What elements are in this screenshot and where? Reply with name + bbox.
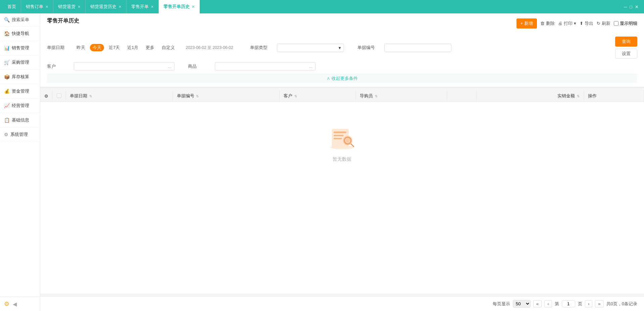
sidebar-label-purchase-mgmt: 采购管理 <box>12 59 29 65</box>
th-date[interactable]: 单据日期 ⇅ <box>66 90 173 102</box>
sidebar-label-finance: 资金管理 <box>12 88 29 94</box>
th-amount-label: 实销金额 <box>557 93 575 98</box>
sidebar-search[interactable]: 🔍 搜索采单 <box>0 13 40 27</box>
empty-state: 暂无数据 <box>40 102 644 183</box>
th-guide[interactable]: 导购员 ⇅ <box>356 90 447 102</box>
sidebar-item-operations[interactable]: 📈 经营管理 <box>0 99 40 113</box>
th-check[interactable] <box>53 90 66 102</box>
empty-illustration <box>327 122 357 152</box>
collapse-label: ∧ 收起更多条件 <box>327 75 358 82</box>
tab-sales-return[interactable]: 销货退货 ✕ <box>53 0 86 13</box>
sidebar-item-purchase-mgmt[interactable]: 🛒 采购管理 <box>0 55 40 70</box>
collapse-filter-bar[interactable]: ∧ 收起更多条件 <box>47 74 637 83</box>
sidebar-item-quick-nav[interactable]: 🏠 快捷导航 <box>0 27 40 41</box>
tab-home[interactable]: 首页 <box>3 0 21 13</box>
main-layout: 🔍 搜索采单 🏠 快捷导航 📊 销售管理 🛒 采购管理 📦 库存核算 💰 资金管… <box>0 13 644 311</box>
prev-page-button[interactable]: ‹ <box>544 300 552 307</box>
pagination: 每页显示 10 20 50 100 « ‹ 第 页 › » 共0页，0条记录 <box>40 296 644 311</box>
sort-date-icon: ⇅ <box>89 94 92 98</box>
content-area: 零售开单历史 + 新增 🗑 🗑 删除 删除 🖨 打印 ▾ <box>40 13 644 311</box>
empty-text: 暂无数据 <box>333 156 351 162</box>
page-header-section: 零售开单历史 + 新增 🗑 🗑 删除 删除 🖨 打印 ▾ <box>40 13 644 88</box>
page-number-input[interactable] <box>562 300 575 307</box>
date-opt-1month[interactable]: 近1月 <box>125 44 141 51</box>
th-number[interactable]: 单据编号 ⇅ <box>172 90 280 102</box>
date-opt-more[interactable]: 更多 <box>143 44 157 51</box>
sidebar-item-sales-mgmt[interactable]: 📊 销售管理 <box>0 41 40 55</box>
settings-bottom-icon[interactable]: ⚙ <box>4 300 9 308</box>
number-input[interactable] <box>384 44 451 52</box>
th-amount[interactable]: 实销金额 ⇅ <box>477 90 584 102</box>
date-opt-yesterday[interactable]: 昨天 <box>74 44 88 51</box>
goods-select[interactable]: ... <box>215 62 315 70</box>
select-all-checkbox[interactable] <box>57 93 61 98</box>
sidebar-item-basic-info[interactable]: 📋 基础信息 <box>0 113 40 127</box>
next-page-button[interactable]: › <box>585 300 592 307</box>
first-page-button[interactable]: « <box>533 300 542 307</box>
th-guide-label: 导购员 <box>360 93 373 98</box>
settings-col-icon: ⚙ <box>44 94 48 99</box>
close-tab-retail-open-history[interactable]: ✕ <box>192 5 195 9</box>
top-bar: 首页 销售订单 ✕ 销货退货 ✕ 销货退货历史 ✕ 零售开单 ✕ 零售开单历史 … <box>0 0 644 13</box>
customer-filter-label: 客户 <box>47 63 67 69</box>
last-page-button[interactable]: » <box>595 300 603 307</box>
date-opt-today[interactable]: 今天 <box>90 44 104 51</box>
svg-rect-4 <box>334 138 342 139</box>
customer-dots-icon: ... <box>168 64 171 69</box>
sort-customer-icon: ⇅ <box>294 94 297 98</box>
sidebar-item-system-mgmt[interactable]: ⚙ 系统管理 <box>0 127 40 142</box>
svg-rect-3 <box>334 135 344 136</box>
inventory-icon: 📦 <box>4 74 10 80</box>
tab-sales-order[interactable]: 销售订单 ✕ <box>21 0 53 13</box>
dropdown-arrow-icon: ▾ <box>339 45 341 50</box>
th-customer-label: 客户 <box>284 93 292 98</box>
system-icon: ⚙ <box>4 132 8 137</box>
th-spacer <box>447 90 477 102</box>
tab-retail-open[interactable]: 零售开单 ✕ <box>127 0 159 13</box>
delete-button[interactable]: 🗑 🗑 删除 删除 <box>540 20 555 27</box>
home-icon: 🏠 <box>4 31 10 36</box>
finance-icon: 💰 <box>4 89 10 94</box>
export-button[interactable]: ⬆ 导出 <box>580 20 593 27</box>
sales-icon: 📊 <box>4 45 10 51</box>
window-close[interactable]: ✕ <box>635 4 639 9</box>
window-maximize[interactable]: □ <box>630 4 632 9</box>
sidebar-item-finance[interactable]: 💰 资金管理 <box>0 84 40 99</box>
display-cols-checkbox[interactable] <box>614 21 618 26</box>
print-dropdown-icon: ▾ <box>574 21 576 26</box>
date-options: 昨天 今天 近7天 近1月 更多 自定义 <box>74 44 178 51</box>
query-button[interactable]: 查询 <box>615 37 637 47</box>
customer-select[interactable]: ... <box>74 62 175 70</box>
sidebar-label-operations: 经营管理 <box>12 103 29 109</box>
goods-dots-icon: ... <box>309 64 312 69</box>
close-tab-sales-order[interactable]: ✕ <box>45 5 48 9</box>
type-select[interactable]: ▾ <box>277 44 344 52</box>
display-cols-toggle[interactable]: 显示明细 <box>614 20 637 27</box>
th-settings[interactable]: ⚙ <box>40 90 53 102</box>
date-opt-7days[interactable]: 近7天 <box>106 44 122 51</box>
th-customer[interactable]: 客户 ⇅ <box>280 90 356 102</box>
settings-button[interactable]: 设置 <box>615 49 637 59</box>
refresh-button[interactable]: ↻ 刷新 <box>597 20 610 27</box>
sidebar-label-system-mgmt: 系统管理 <box>10 132 28 138</box>
close-tab-retail-open[interactable]: ✕ <box>151 5 154 9</box>
per-page-label: 每页显示 <box>493 301 510 307</box>
type-filter-label: 单据类型 <box>250 45 270 51</box>
tab-retail-open-history[interactable]: 零售开单历史 ✕ <box>159 0 200 13</box>
date-opt-custom[interactable]: 自定义 <box>159 44 178 51</box>
tab-sales-return-history[interactable]: 销货退货历史 ✕ <box>86 0 127 13</box>
print-button[interactable]: 🖨 打印 ▾ <box>558 20 576 27</box>
close-tab-sales-return-history[interactable]: ✕ <box>118 5 121 9</box>
purchase-icon: 🛒 <box>4 60 10 65</box>
sidebar-label-inventory: 库存核算 <box>12 74 29 80</box>
sidebar-item-inventory[interactable]: 📦 库存核算 <box>0 70 40 84</box>
per-page-select[interactable]: 10 20 50 100 <box>513 300 531 308</box>
table-header: ⚙ 单据日期 ⇅ 单据编号 ⇅ <box>40 90 644 102</box>
window-minimize[interactable]: ─ <box>624 4 627 9</box>
th-number-label: 单据编号 <box>177 93 194 98</box>
add-button[interactable]: + 新增 <box>516 18 537 29</box>
collapse-sidebar-icon[interactable]: ◀ <box>13 301 17 307</box>
th-action-label: 操作 <box>588 93 597 98</box>
close-tab-sales-return[interactable]: ✕ <box>78 5 81 9</box>
topbar-window-controls: ─ □ ✕ <box>624 4 641 9</box>
